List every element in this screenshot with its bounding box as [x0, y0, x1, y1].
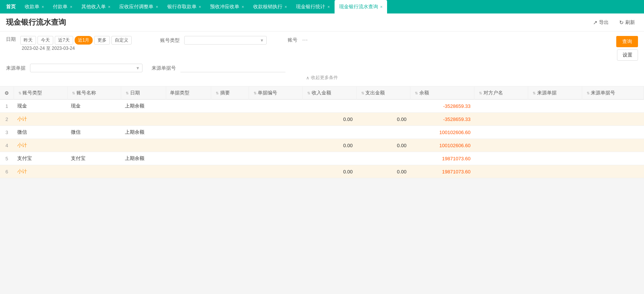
cell-summary: [211, 126, 249, 139]
close-icon[interactable]: ×: [285, 4, 287, 9]
date-1month[interactable]: 近1月: [75, 36, 93, 45]
date-7days[interactable]: 近7天: [55, 36, 73, 45]
nav-tab-qitashouru[interactable]: 其他收入单 ×: [77, 0, 115, 13]
table-container: ⚙ ⇅ 账号类型 ⇅ 账号名称 ⇅ 日期 单据类型 ⇅ 摘要: [0, 87, 644, 178]
tab-label: 现金银行流水查询: [339, 3, 378, 10]
nav-tab-yingshouyingfu[interactable]: 应收应付调整单 ×: [115, 0, 162, 13]
page-title: 现金银行流水查询: [6, 17, 66, 27]
settings-column-header[interactable]: ⚙: [0, 87, 14, 100]
sort-icon[interactable]: ⇅: [533, 91, 536, 95]
refresh-button[interactable]: ↻ 刷新: [616, 18, 638, 27]
tab-label: 预收冲应收单: [210, 3, 239, 10]
sort-icon[interactable]: ⇅: [479, 91, 482, 95]
nav-tab-xianjinyinhang-flow[interactable]: 现金银行流水查询 ×: [335, 0, 387, 13]
date-yesterday[interactable]: 昨天: [20, 36, 36, 45]
cell-balance: -3528659.33: [410, 113, 474, 126]
cell-expense: [356, 152, 410, 165]
cell-date: 上期余额: [121, 100, 166, 113]
sort-icon[interactable]: ⇅: [18, 91, 21, 95]
cell-source-doc-no: [582, 113, 644, 126]
cell-balance: 100102606.60: [410, 139, 474, 152]
cell-source-doc: [528, 165, 582, 178]
sort-icon[interactable]: ⇅: [126, 91, 129, 95]
col-summary: ⇅ 摘要: [211, 87, 249, 100]
source-doc-no-input[interactable]: [180, 64, 285, 72]
cell-date: [121, 113, 166, 126]
close-icon[interactable]: ×: [199, 4, 201, 9]
cell-counterpart: [474, 152, 528, 165]
cell-doc-type: [166, 139, 211, 152]
source-doc-label: 来源单据: [6, 65, 26, 72]
header-actions: ↗ 导出 ↻ 刷新: [590, 18, 638, 27]
tab-label: 收款单: [25, 3, 39, 10]
col-source-doc: ⇅ 来源单据: [528, 87, 582, 100]
col-doc-type: 单据类型: [166, 87, 211, 100]
cell-account-type: 小计: [14, 113, 67, 126]
home-label: 首页: [6, 3, 16, 10]
date-today[interactable]: 今天: [38, 36, 53, 45]
table-row: 2小计0.000.00-3528659.33: [0, 113, 644, 126]
sort-icon[interactable]: ⇅: [307, 91, 310, 95]
cell-account-name: [67, 113, 121, 126]
date-custom[interactable]: 自定义: [111, 36, 132, 45]
cell-counterpart: [474, 165, 528, 178]
table-row: 5支付宝支付宝上期余额19871073.60: [0, 152, 644, 165]
close-icon[interactable]: ×: [327, 4, 330, 9]
nav-tab-yushou[interactable]: 预收冲应收单 ×: [206, 0, 248, 13]
cell-balance: 19871073.60: [410, 165, 474, 178]
cell-source-doc: [528, 152, 582, 165]
nav-tab-shoukuandan[interactable]: 收款单 ×: [20, 0, 48, 13]
cell-account-name: 现金: [67, 100, 121, 113]
cell-account-name: 支付宝: [67, 152, 121, 165]
close-icon[interactable]: ×: [70, 4, 72, 9]
nav-tab-xianjinyinhang-stat[interactable]: 现金银行统计 ×: [291, 0, 334, 13]
nav-tab-shoukuanhexiao[interactable]: 收款核销执行 ×: [249, 0, 291, 13]
nav-tab-fukuandan[interactable]: 付款单 ×: [48, 0, 77, 13]
collapse-button[interactable]: ∧ 收起更多条件: [6, 72, 638, 82]
cell-expense: [356, 100, 410, 113]
cell-expense: [356, 126, 410, 139]
cell-income: [303, 126, 356, 139]
account-more-icon[interactable]: ···: [302, 36, 308, 44]
source-doc-no-group: 来源单据号: [152, 64, 285, 72]
close-icon[interactable]: ×: [108, 4, 110, 9]
source-doc-select[interactable]: ▾: [30, 64, 143, 72]
table-row: 3微信微信上期余额100102606.60: [0, 126, 644, 139]
cell-counterpart: [474, 126, 528, 139]
export-button[interactable]: ↗ 导出: [590, 18, 612, 27]
cell-source-doc-no: [582, 152, 644, 165]
cell-date: [121, 165, 166, 178]
date-options: 昨天 今天 近7天 近1月 更多 自定义: [20, 36, 132, 45]
query-button[interactable]: 查询: [616, 36, 638, 47]
cell-income: [303, 100, 356, 113]
cell-expense: 0.00: [356, 113, 410, 126]
table-row: 6小计0.000.0019871073.60: [0, 165, 644, 178]
sort-icon[interactable]: ⇅: [587, 91, 590, 95]
dropdown-icon: ▾: [261, 37, 263, 43]
cell-income: 0.00: [303, 139, 356, 152]
cell-doc-type: [166, 126, 211, 139]
close-icon[interactable]: ×: [42, 4, 44, 9]
account-type-select[interactable]: ▾: [184, 36, 267, 45]
close-icon[interactable]: ×: [242, 4, 244, 9]
row-number: 6: [0, 165, 14, 178]
col-date: ⇅ 日期: [121, 87, 166, 100]
nav-home[interactable]: 首页: [2, 0, 20, 13]
date-more[interactable]: 更多: [94, 36, 110, 45]
sort-icon[interactable]: ⇅: [254, 91, 257, 95]
cell-balance: 19871073.60: [410, 152, 474, 165]
cell-doc-no: [249, 139, 302, 152]
close-icon[interactable]: ×: [156, 4, 158, 9]
sort-icon[interactable]: ⇅: [216, 91, 219, 95]
cell-doc-type: [166, 100, 211, 113]
cell-summary: [211, 113, 249, 126]
sort-icon[interactable]: ⇅: [415, 91, 418, 95]
close-icon[interactable]: ×: [380, 4, 383, 9]
cell-account-type: 微信: [14, 126, 67, 139]
nav-tab-yinhangcunqu[interactable]: 银行存取款单 ×: [163, 0, 206, 13]
settings-button[interactable]: 设置: [617, 49, 638, 61]
col-account-name: ⇅ 账号名称: [67, 87, 121, 100]
cell-counterpart: [474, 139, 528, 152]
sort-icon[interactable]: ⇅: [361, 91, 364, 95]
sort-icon[interactable]: ⇅: [72, 91, 75, 95]
